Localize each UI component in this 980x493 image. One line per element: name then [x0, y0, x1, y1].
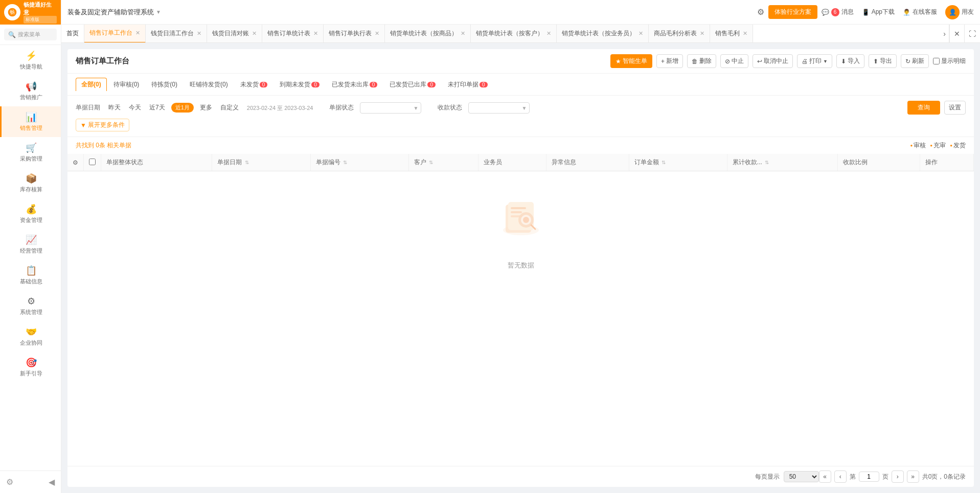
prev-page-btn[interactable]: ‹	[834, 470, 847, 483]
date-btn-yesterday[interactable]: 昨天	[106, 102, 123, 113]
smart-create-btn[interactable]: ★ 智能生单	[610, 54, 652, 68]
sidebar-item-guide[interactable]: 🎯 新手引导	[0, 352, 61, 383]
tab-cash-daily[interactable]: 钱货日清工作台 ✕	[146, 25, 207, 43]
sidebar-item-basic-info[interactable]: 📋 基础信息	[0, 260, 61, 290]
stop-btn[interactable]: ⊘ 中止	[720, 54, 748, 68]
tab-sales-stats-product[interactable]: 销货单统计表（按商品） ✕	[385, 25, 471, 43]
cancel-stop-btn[interactable]: ↩ 取消中止	[753, 54, 793, 68]
show-detail-label[interactable]: 显示明细	[933, 57, 966, 65]
sidebar-item-cooperation[interactable]: 🤝 企业协同	[0, 321, 61, 352]
tab-close-icon-8[interactable]: ✕	[639, 30, 643, 37]
page-size-select[interactable]: 20 50 100	[784, 471, 819, 482]
th-amount[interactable]: 订单金额 ⇅	[629, 154, 727, 171]
sidebar-search-area[interactable]: 🔍 搜索菜单	[0, 25, 61, 45]
date-btn-1month[interactable]: 近1月	[171, 103, 194, 113]
date-btn-more[interactable]: 更多	[198, 102, 214, 113]
sidebar-item-marketing[interactable]: 📢 营销推广	[0, 76, 61, 106]
th-operation[interactable]: 操作	[920, 154, 973, 171]
date-btn-custom[interactable]: 自定义	[218, 102, 241, 113]
online-service-btn[interactable]: 👨‍💼 在线客服	[903, 8, 937, 16]
filter-tab-pending-pickup[interactable]: 待拣货(0)	[146, 78, 183, 91]
tab-sales-stats-staff[interactable]: 销货单统计表（按业务员） ✕	[557, 25, 649, 43]
tab-close-icon-4[interactable]: ✕	[313, 30, 318, 37]
show-detail-checkbox[interactable]	[933, 58, 940, 64]
filter-tab-pending-review[interactable]: 待审核(0)	[108, 78, 145, 91]
filter-tab-shipped-in[interactable]: 已发货已出库0	[384, 78, 441, 91]
tab-close-icon-6[interactable]: ✕	[461, 30, 465, 37]
sidebar-item-system[interactable]: ⚙ 系统管理	[0, 290, 61, 321]
th-settings[interactable]: ⚙	[67, 154, 84, 171]
tab-sales-order-stats[interactable]: 销售订单统计表 ✕	[262, 25, 324, 43]
sidebar-settings-btn[interactable]: ⚙	[4, 475, 15, 489]
tab-sales-stats-customer[interactable]: 销货单统计表（按客户） ✕	[471, 25, 557, 43]
filter-settings-btn[interactable]: 设置	[944, 101, 966, 115]
tab-scroll-right-btn[interactable]: ›	[940, 25, 949, 43]
import-btn[interactable]: ⬇ 导入	[836, 54, 864, 68]
tab-product-margin[interactable]: 商品毛利分析表 ✕	[649, 25, 710, 43]
tab-close-icon-10[interactable]: ✕	[743, 30, 747, 37]
first-page-btn[interactable]: «	[819, 470, 831, 483]
system-dropdown[interactable]: 装备及固定资产辅助管理系统 ▼	[67, 8, 161, 17]
un-review-action-btn[interactable]: 充审	[930, 141, 946, 150]
tab-close-icon-2[interactable]: ✕	[197, 30, 201, 37]
ship-action-btn[interactable]: 发货	[950, 141, 966, 150]
filter-tab-all[interactable]: 全部(0)	[76, 78, 107, 91]
export-btn[interactable]: ⬆ 导出	[869, 54, 897, 68]
topbar-settings-icon[interactable]: ⚙	[757, 7, 764, 17]
page-input[interactable]	[859, 472, 879, 482]
add-btn[interactable]: + 新增	[656, 54, 683, 68]
tab-sales-order-exec[interactable]: 销售订单执行表 ✕	[324, 25, 385, 43]
next-page-btn[interactable]: ›	[892, 470, 904, 483]
sidebar-item-sales[interactable]: 📊 销售管理	[0, 106, 61, 137]
refresh-btn[interactable]: ↻ 刷新	[901, 54, 929, 68]
tab-cash-reconcile[interactable]: 钱货日清对账 ✕	[207, 25, 262, 43]
sidebar-item-finance[interactable]: 💰 资金管理	[0, 198, 61, 229]
tab-close-icon-9[interactable]: ✕	[700, 30, 704, 37]
last-page-btn[interactable]: »	[907, 470, 919, 483]
th-exception[interactable]: 异常信息	[546, 154, 629, 171]
th-ratio[interactable]: 收款比例	[837, 154, 920, 171]
th-staff[interactable]: 业务员	[478, 154, 546, 171]
filter-bar: 单据日期 昨天 今天 近7天 近1月 更多 自定义 2023-02-24 至 2…	[67, 96, 974, 137]
experience-btn[interactable]: 体验行业方案	[768, 5, 817, 19]
sidebar-item-quick-nav[interactable]: ⚡ 快捷导航	[0, 45, 61, 76]
date-btn-7days[interactable]: 近7天	[147, 102, 167, 113]
query-btn[interactable]: 查询	[907, 101, 940, 115]
tab-close-icon-7[interactable]: ✕	[546, 30, 551, 37]
tab-close-icon-5[interactable]: ✕	[375, 30, 379, 37]
tab-fullscreen-btn[interactable]: ⛶	[964, 25, 980, 43]
sidebar-collapse-btn[interactable]: ◀	[47, 475, 57, 489]
filter-tab-shipped-not-in[interactable]: 已发货未出库0	[326, 78, 383, 91]
expand-filter-btn[interactable]: ▼ 展开更多条件	[76, 119, 129, 131]
th-customer[interactable]: 客户 ⇅	[408, 154, 478, 171]
payment-select[interactable]	[468, 102, 530, 114]
message-btn[interactable]: 💬 6 消息	[822, 8, 854, 16]
filter-tab-not-printed[interactable]: 未打印单据0	[442, 78, 493, 91]
sidebar-search-box[interactable]: 🔍 搜索菜单	[4, 29, 57, 40]
date-btn-today[interactable]: 今天	[127, 102, 143, 113]
filter-tab-not-shipped[interactable]: 未发货0	[235, 78, 274, 91]
th-date[interactable]: 单据日期 ⇅	[212, 154, 310, 171]
select-all-checkbox[interactable]	[89, 159, 96, 165]
th-status[interactable]: 单据整体状态	[101, 154, 212, 171]
tab-home[interactable]: 首页	[61, 25, 84, 43]
tab-sales-order-workbench[interactable]: 销售订单工作台 ✕	[84, 25, 146, 43]
tab-close-all-btn[interactable]: ✕	[949, 25, 964, 43]
tab-close-icon[interactable]: ✕	[135, 30, 140, 36]
user-menu-btn[interactable]: 👤 用友	[945, 5, 974, 19]
tab-sales-gross[interactable]: 销售毛利 ✕	[710, 25, 753, 43]
app-download-btn[interactable]: 📱 App下载	[862, 8, 895, 16]
status-select[interactable]	[360, 102, 421, 114]
tab-close-icon-3[interactable]: ✕	[252, 30, 257, 37]
sidebar-item-purchase[interactable]: 🛒 采购管理	[0, 137, 61, 168]
filter-tab-expired[interactable]: 到期未发货0	[274, 78, 325, 91]
sidebar-item-operations[interactable]: 📈 经营管理	[0, 229, 61, 260]
review-action-btn[interactable]: 审核	[910, 141, 926, 150]
sidebar-item-inventory[interactable]: 📦 库存核算	[0, 168, 61, 198]
work-header: 销售订单工作台 ★ 智能生单 + 新增 🗑 删除 ⊘	[67, 49, 974, 74]
delete-btn[interactable]: 🗑 删除	[687, 54, 716, 68]
th-received[interactable]: 累计收款... ⇅	[727, 154, 837, 171]
filter-tab-wangpu[interactable]: 旺铺待发货(0)	[184, 78, 234, 91]
th-number[interactable]: 单据编号 ⇅	[310, 154, 408, 171]
print-btn[interactable]: 🖨 打印 ▼	[797, 54, 832, 68]
